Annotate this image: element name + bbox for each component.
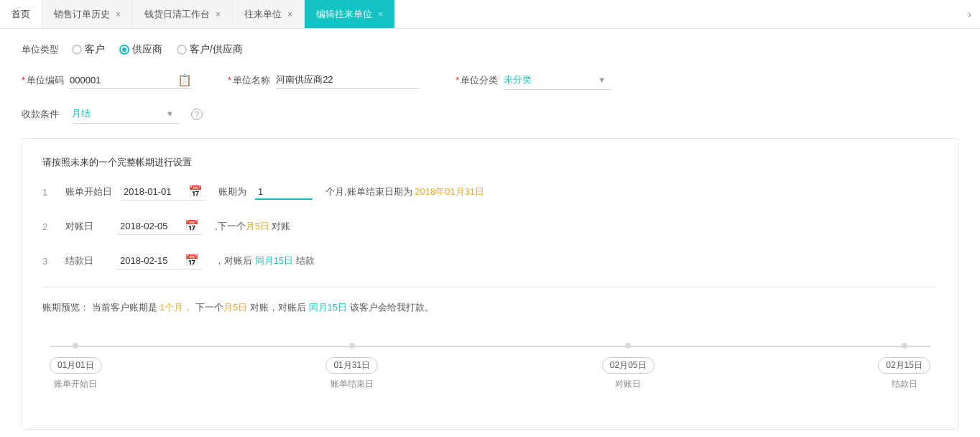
- start-date-field: 📅: [121, 183, 205, 201]
- payment-terms-label: 收款条件: [22, 108, 59, 121]
- setting-row-1: 1 账单开始日 📅 账期为 个月,账单结束日期为 2018年01月31日: [42, 183, 938, 201]
- tab-edit-partner[interactable]: 编辑往来单位 ×: [305, 0, 395, 28]
- unit-code-label: *单位编码: [22, 74, 64, 87]
- payment-terms-value: 月结: [72, 107, 163, 120]
- timeline-badge-3: 02月05日: [602, 357, 655, 374]
- row-3-desc: ，对账后 同月15日 结款: [215, 254, 315, 267]
- unit-info-row: *单位编码 📋 *单位名称 *单位分类 未分类 ▼: [22, 70, 958, 90]
- preview-text-after: 该客户会给我打款。: [350, 302, 434, 313]
- period-input[interactable]: [255, 185, 313, 200]
- setting-row-3: 3 结款日 📅 ，对账后 同月15日 结款: [42, 252, 938, 270]
- unit-code-input[interactable]: [70, 72, 177, 88]
- payment-terms-dropdown[interactable]: 月结 ▼: [72, 104, 180, 124]
- start-date-calendar-icon[interactable]: 📅: [188, 185, 203, 198]
- timeline-label-4: 结款日: [892, 378, 917, 390]
- unit-code-icon[interactable]: 📋: [177, 73, 192, 87]
- preview-text: 账期预览： 当前客户账期是 1个月， 下一个月5日 对账，对账后 同月15日 该…: [42, 299, 938, 316]
- preview-text-before: 当前客户账期是: [92, 302, 157, 313]
- preview-highlight3: 同月15日: [309, 302, 347, 313]
- payment-terms-row: 收款条件 月结 ▼ ?: [22, 104, 958, 124]
- tab-expand-btn[interactable]: ›: [959, 8, 980, 21]
- row-label-3: 结款日: [65, 254, 108, 267]
- row-num-1: 1: [42, 187, 57, 198]
- timeline-badge-1: 01月01日: [50, 357, 102, 374]
- unit-category-dropdown[interactable]: 未分类 ▼: [504, 70, 611, 90]
- main-content: 单位类型 客户 供应商 客户/供应商 *单位编码 📋: [0, 29, 980, 437]
- radio-customer[interactable]: 客户: [72, 43, 105, 56]
- timeline-point-2: 01月31日 账单结束日: [325, 340, 378, 390]
- row-num-3: 3: [42, 256, 57, 267]
- payment-highlight: 同月15日: [255, 255, 293, 266]
- unit-name-group: *单位名称: [228, 72, 420, 89]
- timeline-label-2: 账单结束日: [330, 378, 374, 390]
- row-2-desc: ,下一个月5日 对账: [215, 220, 290, 233]
- end-date-highlight: 2018年01月31日: [415, 186, 484, 197]
- timeline-dot-1: [73, 343, 78, 349]
- payment-terms-help-icon[interactable]: ?: [191, 109, 203, 120]
- unit-name-input[interactable]: [276, 72, 420, 88]
- unit-category-value: 未分类: [504, 73, 595, 86]
- radio-circle-supplier: [119, 45, 129, 55]
- radio-group: 客户 供应商 客户/供应商: [72, 43, 243, 56]
- timeline-badge-4: 02月15日: [878, 357, 930, 374]
- row-1-desc-after: 个月,账单结束日期为 2018年01月31日: [325, 185, 484, 198]
- reconcile-date-input[interactable]: [120, 221, 185, 231]
- tab-sales-order[interactable]: 销售订单历史 ×: [42, 0, 133, 28]
- radio-label-both: 客户/供应商: [190, 43, 243, 56]
- unit-code-field-inner: 📋: [70, 72, 192, 89]
- tab-partner-close[interactable]: ×: [287, 9, 292, 19]
- unit-type-label: 单位类型: [22, 43, 59, 56]
- timeline-badge-2: 01月31日: [325, 357, 378, 374]
- radio-circle-customer: [72, 45, 82, 55]
- timeline-dot-3: [625, 343, 631, 349]
- tab-bar: 首页 销售订单历史 × 钱货日清工作台 × 往来单位 × 编辑往来单位 × ›: [0, 0, 980, 29]
- payment-date-input[interactable]: [120, 255, 185, 266]
- timeline-label-3: 对账日: [615, 378, 641, 390]
- radio-circle-both: [177, 45, 187, 55]
- row-label-1: 账单开始日: [65, 185, 112, 198]
- unit-category-label: *单位分类: [456, 74, 498, 87]
- reconcile-highlight: 月5日: [246, 221, 269, 231]
- timeline-label-1: 账单开始日: [54, 378, 97, 390]
- unit-category-group: *单位分类 未分类 ▼: [456, 70, 611, 90]
- reconcile-date-field: 📅: [117, 218, 202, 235]
- unit-name-field-inner: [276, 72, 420, 89]
- tab-cash-work[interactable]: 钱货日清工作台 ×: [133, 0, 233, 28]
- payment-date-calendar-icon[interactable]: 📅: [185, 254, 199, 267]
- row-num-2: 2: [42, 221, 57, 232]
- tab-partner[interactable]: 往来单位 ×: [233, 0, 305, 28]
- timeline: 01月01日 账单开始日 01月31日 账单结束日 02月05日 对账日: [50, 333, 930, 412]
- unit-type-row: 单位类型 客户 供应商 客户/供应商: [22, 43, 958, 56]
- settings-card: 请按照未来的一个完整帐期进行设置 1 账单开始日 📅 账期为 个月,账单结束日期…: [22, 138, 958, 430]
- setting-row-2: 2 对账日 📅 ,下一个月5日 对账: [42, 218, 938, 235]
- row-label-2: 对账日: [65, 220, 108, 233]
- payment-date-field: 📅: [117, 252, 202, 270]
- preview-section: 账期预览： 当前客户账期是 1个月， 下一个月5日 对账，对账后 同月15日 该…: [42, 287, 938, 412]
- row-1-desc-before: 账期为: [218, 185, 246, 198]
- timeline-dot-4: [902, 343, 907, 349]
- chevron-down-icon: ▼: [598, 75, 606, 84]
- timeline-point-3: 02月05日 对账日: [602, 340, 655, 390]
- tab-edit-partner-close[interactable]: ×: [378, 9, 383, 19]
- payment-chevron-icon: ▼: [166, 109, 174, 118]
- start-date-input[interactable]: [124, 186, 188, 197]
- timeline-points: 01月01日 账单开始日 01月31日 账单结束日 02月05日 对账日: [50, 340, 930, 390]
- tab-cash-work-close[interactable]: ×: [216, 9, 221, 19]
- preview-highlight1: 1个月，: [160, 302, 193, 313]
- radio-label-customer: 客户: [85, 43, 105, 56]
- timeline-point-4: 02月15日 结款日: [878, 340, 930, 390]
- radio-supplier[interactable]: 供应商: [119, 43, 162, 56]
- unit-name-label: *单位名称: [228, 74, 270, 87]
- preview-label: 账期预览：: [42, 302, 89, 313]
- timeline-dot-2: [349, 343, 355, 349]
- card-instruction: 请按照未来的一个完整帐期进行设置: [42, 156, 938, 169]
- unit-code-group: *单位编码 📋: [22, 72, 192, 89]
- tab-sales-order-close[interactable]: ×: [116, 9, 121, 19]
- reconcile-date-calendar-icon[interactable]: 📅: [185, 219, 199, 233]
- radio-label-supplier: 供应商: [132, 43, 162, 56]
- preview-highlight2: 月5日: [223, 302, 247, 313]
- timeline-point-1: 01月01日 账单开始日: [50, 340, 102, 390]
- radio-both[interactable]: 客户/供应商: [177, 43, 243, 56]
- tab-home[interactable]: 首页: [0, 0, 42, 28]
